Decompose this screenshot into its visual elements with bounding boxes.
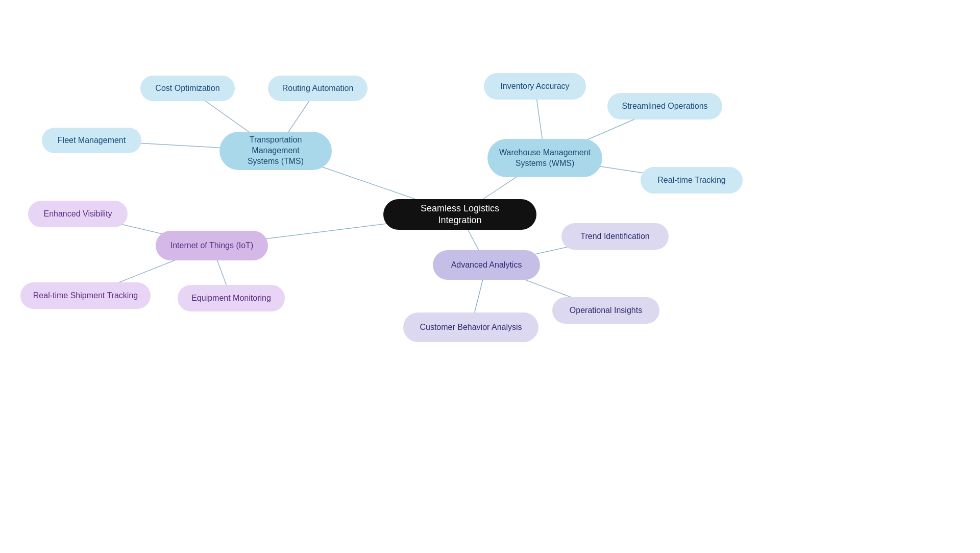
equipment-node: Equipment Monitoring xyxy=(178,285,285,311)
operational-node: Operational Insights xyxy=(552,297,659,324)
trend-label: Trend Identification xyxy=(580,231,649,242)
enhanced-node: Enhanced Visibility xyxy=(28,201,128,227)
iot-node: Internet of Things (IoT) xyxy=(156,231,268,260)
analytics-node: Advanced Analytics xyxy=(433,250,540,280)
routing-node: Routing Automation xyxy=(268,76,368,101)
iot-label: Internet of Things (IoT) xyxy=(170,241,253,251)
enhanced-label: Enhanced Visibility xyxy=(43,209,112,220)
wms-node: Warehouse ManagementSystems (WMS) xyxy=(487,139,602,177)
trend-node: Trend Identification xyxy=(561,223,669,250)
realtime-track-node: Real-time Tracking xyxy=(641,167,743,194)
customer-node: Customer Behavior Analysis xyxy=(403,312,538,342)
shipment-label: Real-time Shipment Tracking xyxy=(33,291,138,301)
tms-label: Transportation ManagementSystems (TMS) xyxy=(231,135,321,166)
wms-label: Warehouse ManagementSystems (WMS) xyxy=(499,148,591,169)
tms-node: Transportation ManagementSystems (TMS) xyxy=(219,132,332,170)
fleet-label: Fleet Management xyxy=(58,135,126,146)
customer-label: Customer Behavior Analysis xyxy=(420,322,522,333)
operational-label: Operational Insights xyxy=(570,305,642,316)
cost-opt-node: Cost Optimization xyxy=(140,76,235,101)
inventory-label: Inventory Accuracy xyxy=(500,81,569,92)
inventory-node: Inventory Accuracy xyxy=(484,73,586,100)
shipment-node: Real-time Shipment Tracking xyxy=(20,282,151,309)
center-node: Seamless Logistics Integration xyxy=(383,199,536,230)
realtime-track-label: Real-time Tracking xyxy=(657,175,725,186)
equipment-label: Equipment Monitoring xyxy=(191,293,271,304)
center-label: Seamless Logistics Integration xyxy=(402,203,518,227)
cost-opt-label: Cost Optimization xyxy=(155,83,219,94)
fleet-node: Fleet Management xyxy=(42,128,141,153)
analytics-label: Advanced Analytics xyxy=(451,260,522,271)
streamlined-node: Streamlined Operations xyxy=(607,93,722,119)
routing-label: Routing Automation xyxy=(282,83,354,94)
streamlined-label: Streamlined Operations xyxy=(622,101,707,112)
